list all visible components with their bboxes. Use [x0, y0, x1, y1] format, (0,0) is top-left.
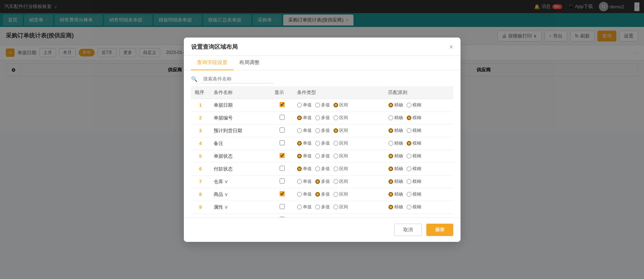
dialog-search-icon: 🔍: [191, 76, 197, 82]
th-match: 匹配原则: [385, 86, 453, 99]
cell-show[interactable]: [271, 124, 294, 133]
cell-name: 单据日期: [210, 99, 271, 111]
table-row: 3预计到货日期单值多值区间精确模糊: [191, 124, 453, 133]
dialog-tabs: 查询字段设置 布局调整: [184, 56, 461, 70]
cell-show[interactable]: [271, 99, 294, 111]
cell-name: 单据编号: [210, 111, 271, 124]
radio-type_single[interactable]: 单值: [297, 127, 312, 133]
radio-match_exact[interactable]: 精确: [388, 102, 403, 108]
radio-type_multi[interactable]: 多值: [315, 127, 330, 133]
cell-type: 单值多值区间: [293, 111, 384, 124]
radio-type_range[interactable]: 区间: [333, 102, 348, 108]
radio-match_fuzzy[interactable]: 模糊: [407, 127, 421, 133]
radio-type_range[interactable]: 区间: [333, 115, 348, 121]
radio-match_exact[interactable]: 精确: [388, 127, 403, 133]
cell-type: 单值多值区间: [293, 124, 384, 133]
dialog-search-input[interactable]: [200, 75, 273, 83]
cell-match: 精确模糊: [385, 99, 453, 111]
dialog-search-area: 🔍: [184, 70, 461, 86]
cell-name: 预计到货日期: [210, 124, 271, 133]
radio-match_exact[interactable]: 精确: [388, 115, 403, 121]
radio-type_single[interactable]: 单值: [297, 115, 312, 121]
table-row: 2单据编号单值多值区间精确模糊: [191, 111, 453, 124]
radio-type_range[interactable]: 区间: [333, 127, 348, 133]
cell-match: 精确模糊: [385, 111, 453, 124]
tab-layout[interactable]: 布局调整: [233, 56, 265, 70]
show-checkbox[interactable]: [280, 102, 285, 107]
dialog-close-btn[interactable]: ×: [449, 43, 453, 51]
cell-order: 2: [191, 111, 210, 124]
settings-dialog: 设置查询区域布局 × 查询字段设置 布局调整 🔍 顺序 条件名称 显示 条件类型: [184, 38, 461, 134]
radio-type_multi[interactable]: 多值: [315, 115, 330, 121]
dialog-title: 设置查询区域布局: [191, 43, 238, 51]
th-type: 条件类型: [293, 86, 384, 99]
cell-show[interactable]: [271, 111, 294, 124]
radio-match_fuzzy[interactable]: 模糊: [407, 102, 421, 108]
dialog-overlay: 设置查询区域布局 × 查询字段设置 布局调整 🔍 顺序 条件名称 显示 条件类型: [0, 0, 644, 133]
show-checkbox[interactable]: [280, 115, 285, 120]
th-name: 条件名称: [210, 86, 271, 99]
tab-fields[interactable]: 查询字段设置: [191, 56, 233, 70]
cell-type: 单值多值区间: [293, 99, 384, 111]
radio-type_multi[interactable]: 多值: [315, 102, 330, 108]
cell-match: 精确模糊: [385, 124, 453, 133]
dialog-table: 顺序 条件名称 显示 条件类型 匹配原则 1单据日期单值多值区间精确模糊2单据编…: [191, 86, 453, 134]
radio-type_single[interactable]: 单值: [297, 102, 312, 108]
radio-match_fuzzy[interactable]: 模糊: [407, 115, 421, 121]
cell-order: 1: [191, 99, 210, 111]
th-show: 显示: [271, 86, 294, 99]
th-order: 顺序: [191, 86, 210, 99]
cell-order: 3: [191, 124, 210, 133]
show-checkbox[interactable]: [280, 127, 285, 133]
dialog-header: 设置查询区域布局 ×: [184, 38, 461, 56]
dialog-table-wrap: 顺序 条件名称 显示 条件类型 匹配原则 1单据日期单值多值区间精确模糊2单据编…: [184, 86, 461, 134]
table-row: 1单据日期单值多值区间精确模糊: [191, 99, 453, 111]
